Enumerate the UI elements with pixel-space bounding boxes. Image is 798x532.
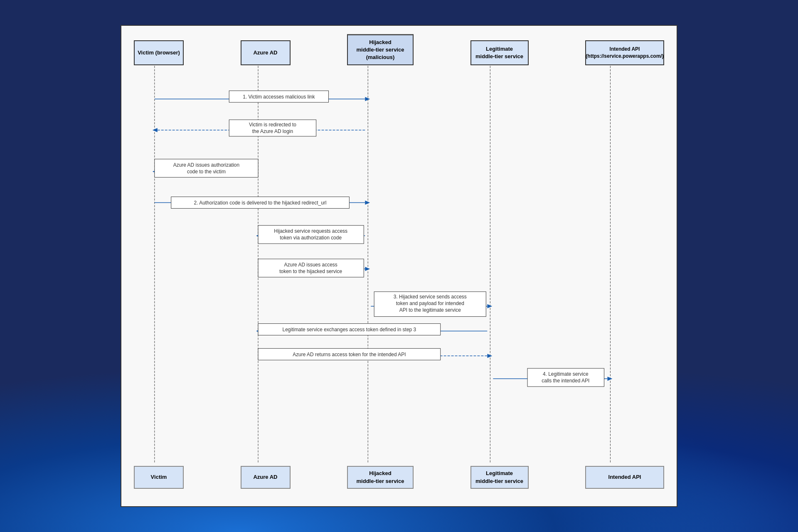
svg-text:Azure AD issues access: Azure AD issues access xyxy=(284,262,337,268)
svg-text:API to the legitimate service: API to the legitimate service xyxy=(399,307,461,313)
lifeline-footers: Victim Azure AD Hijackedmiddle-tier serv… xyxy=(130,466,668,489)
svg-text:code to the victim: code to the victim xyxy=(187,169,226,175)
svg-text:2. Authorization code is deliv: 2. Authorization code is delivered to th… xyxy=(194,200,327,206)
diagram-container: Victim (browser) Azure AD Hijackedmiddle… xyxy=(121,25,677,507)
sequence-area: 1. Victim accesses malicious link Victim… xyxy=(130,65,668,466)
header-intended: Intended API(https://service.powerapps.c… xyxy=(585,40,664,65)
svg-marker-44 xyxy=(487,354,492,358)
footer-hijacked: Hijackedmiddle-tier service xyxy=(347,466,414,489)
svg-text:Legitimate service exchanges a: Legitimate service exchanges access toke… xyxy=(283,327,416,333)
footer-azuread: Azure AD xyxy=(241,466,291,489)
svg-text:Hijacked service requests acce: Hijacked service requests access xyxy=(274,228,347,234)
sequence-svg: 1. Victim accesses malicious link Victim… xyxy=(130,65,668,464)
svg-marker-10 xyxy=(153,128,158,132)
svg-marker-29 xyxy=(365,267,370,271)
header-hijacked: Hijackedmiddle-tier service(malicious) xyxy=(347,34,414,65)
svg-text:calls the intended API: calls the intended API xyxy=(542,378,589,384)
svg-text:Victim is redirected to: Victim is redirected to xyxy=(249,122,296,128)
svg-marker-6 xyxy=(365,97,370,101)
svg-marker-34 xyxy=(487,304,492,308)
svg-text:token to the hijacked service: token to the hijacked service xyxy=(279,268,342,274)
svg-text:token via authorization code: token via authorization code xyxy=(280,235,342,241)
svg-text:Azure AD returns access token : Azure AD returns access token for the in… xyxy=(293,352,406,357)
header-legitimate: Legitimatemiddle-tier service xyxy=(470,40,529,65)
footer-victim: Victim xyxy=(134,466,184,489)
svg-marker-20 xyxy=(365,200,370,204)
svg-text:token and payload for intended: token and payload for intended xyxy=(396,300,464,306)
lifeline-headers: Victim (browser) Azure AD Hijackedmiddle… xyxy=(130,34,668,65)
header-victim: Victim (browser) xyxy=(134,40,184,65)
svg-marker-48 xyxy=(607,377,612,381)
footer-legitimate: Legitimatemiddle-tier service xyxy=(470,466,529,489)
header-azuread: Azure AD xyxy=(241,40,291,65)
svg-text:Azure AD issues authorization: Azure AD issues authorization xyxy=(173,162,239,168)
svg-text:4. Legitimate service: 4. Legitimate service xyxy=(543,371,589,377)
footer-intended: Intended API xyxy=(585,466,664,489)
svg-text:1. Victim accesses malicious l: 1. Victim accesses malicious link xyxy=(243,94,315,100)
svg-text:3. Hijacked service sends acce: 3. Hijacked service sends access xyxy=(394,294,467,300)
svg-text:the Azure AD login: the Azure AD login xyxy=(252,128,293,134)
